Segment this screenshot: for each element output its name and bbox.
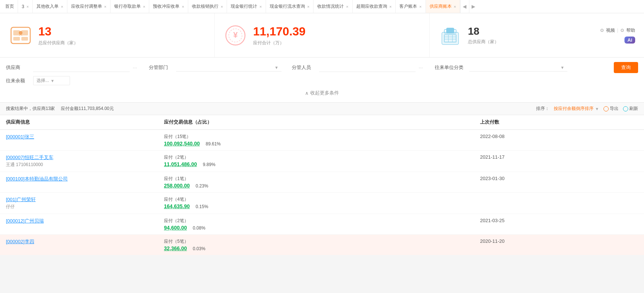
tx-amount-row: 100,092,540.00 89.61% [164, 141, 480, 146]
chevron-down-icon: ▼ [50, 79, 55, 83]
person-dots[interactable]: ··· [417, 65, 424, 70]
nav-tab-ar-ap-adjust[interactable]: 应收应付调整单 × [67, 0, 111, 13]
navbar: 首页 3 × 其他收入单 × 应收应付调整单 × 银行存取款单 × 预收冲应收单… [0, 0, 644, 13]
nav-tab-advance[interactable]: 预收冲应收单 × [149, 0, 188, 13]
tx-percent: 0.15% [196, 204, 208, 209]
balance-label: 往来余额 [6, 77, 32, 84]
tx-info-cell: 应付（1笔） 258,000.00 0.23% [164, 176, 480, 189]
close-icon[interactable]: × [104, 4, 106, 9]
tx-amount-row: 32,366.00 0.03% [164, 245, 480, 251]
supplier-input[interactable] [33, 63, 130, 72]
last-pay-cell: 2022-08-08 [480, 134, 638, 139]
close-icon[interactable]: × [259, 4, 262, 9]
dept-label: 分管部门 [149, 64, 175, 71]
last-pay-cell: 2021-03-25 [480, 218, 638, 223]
filter-row-1: 供应商 ··· 分管部门 ▼ 分管人员 ··· 往来单位分类 ▼ 查询 [6, 62, 638, 73]
tx-amount[interactable]: 258,000.00 [164, 183, 190, 189]
close-icon[interactable]: × [143, 4, 145, 9]
nav-next-arrow[interactable]: ▶ [469, 0, 478, 13]
ai-badge[interactable]: Ai [624, 37, 635, 44]
supplier-dots[interactable]: ··· [131, 65, 139, 70]
table-row: [000002]李四 应付（5笔） 32,366.00 0.03% 2020-1… [0, 235, 644, 255]
collapse-button[interactable]: ∧ 收起更多条件 [301, 88, 343, 98]
last-pay-cell: 2023-01-30 [480, 176, 638, 181]
tx-label: 应付（15笔） [164, 134, 480, 140]
video-link[interactable]: 视频 [606, 27, 615, 34]
person-label: 分管人员 [292, 64, 318, 71]
close-icon[interactable]: × [346, 4, 348, 9]
close-icon[interactable]: × [454, 4, 456, 9]
supplier-name-link[interactable]: [001]广州荣轩 [6, 196, 164, 203]
chevron-up-icon: ∧ [305, 90, 309, 96]
nav-tab-supplier-ledger[interactable]: 供应商账本 × [426, 0, 460, 13]
tx-info-cell: 应付（5笔） 32,366.00 0.03% [164, 238, 480, 251]
nav-tab-cash-bank-stats[interactable]: 现金银行统计 × [227, 0, 266, 13]
tx-amount[interactable]: 32,366.00 [164, 245, 187, 251]
dept-select[interactable]: ▼ [176, 64, 281, 72]
tx-info-cell: 应付（15笔） 100,092,540.00 89.61% [164, 134, 480, 146]
supplier-info-cell: [001]广州荣轩 仔仔 [6, 196, 164, 210]
close-icon[interactable]: × [182, 4, 184, 9]
nav-tab-3[interactable]: 3 × [18, 0, 33, 13]
supplier-label: 供应商 [6, 64, 32, 71]
tx-percent: 0.03% [193, 246, 205, 251]
nav-tab-overdue-query[interactable]: 超期应收款查询 × [353, 0, 396, 13]
tx-amount[interactable]: 94,600.00 [164, 225, 187, 231]
table-row: [000100]本特勤油品有限公司 应付（1笔） 258,000.00 0.23… [0, 172, 644, 193]
results-actions: 排序： 按应付余额倒序排序 ▼ 导出 刷新 [536, 106, 638, 112]
supplier-name-link[interactable]: [000007]恒旺二手叉车 [6, 154, 164, 161]
last-pay-date: 2021-03-25 [480, 217, 505, 223]
tx-amount-row: 11,051,486.00 9.89% [164, 161, 480, 167]
person-input[interactable] [319, 63, 416, 72]
category-label: 往来单位分类 [435, 64, 468, 71]
close-icon[interactable]: × [27, 4, 29, 9]
tx-amount[interactable]: 11,051,486.00 [164, 161, 197, 167]
supplier-name-link[interactable]: [000012]广州贝瑞 [6, 218, 164, 224]
nav-tab-cash-flow[interactable]: 现金银行流水查询 × [266, 0, 314, 13]
nav-tab-other-income[interactable]: 其他收入单 × [33, 0, 67, 13]
refresh-button[interactable]: 刷新 [623, 106, 638, 112]
supplier-name-link[interactable]: [000100]本特勤油品有限公司 [6, 176, 164, 182]
help-link[interactable]: 帮助 [626, 27, 635, 34]
filter-row-2: 往来余额 选择... ▼ [6, 76, 638, 85]
tx-info-cell: 应付（4笔） 164,635.90 0.15% [164, 196, 480, 209]
balance-select[interactable]: 选择... ▼ [33, 76, 70, 85]
chevron-down-icon: ▼ [595, 107, 599, 111]
close-icon[interactable]: × [419, 4, 421, 9]
nav-tab-collection[interactable]: 收款核销执行 × [188, 0, 227, 13]
close-icon[interactable]: × [221, 4, 223, 9]
last-pay-date: 2023-01-30 [480, 175, 505, 181]
total-suppliers-icon [438, 24, 462, 47]
tx-amount[interactable]: 164,635.90 [164, 203, 190, 209]
query-button[interactable]: 查询 [614, 62, 638, 73]
tx-amount-row: 94,600.00 0.08% [164, 225, 480, 231]
tx-amount[interactable]: 100,092,540.00 [164, 141, 200, 146]
col-header-tx: 应付交易信息（占比） [164, 119, 480, 125]
close-icon[interactable]: × [307, 4, 309, 9]
chevron-down-icon: ▼ [274, 65, 279, 70]
nav-tab-bank-deposit[interactable]: 银行存取款单 × [111, 0, 149, 13]
nav-tab-payment-stats[interactable]: 收款情况统计 × [314, 0, 352, 13]
table-body: [000001]张三 应付（15笔） 100,092,540.00 89.61%… [0, 130, 644, 255]
supplier-info-cell: [000012]广州贝瑞 [6, 218, 164, 224]
close-icon[interactable]: × [61, 4, 63, 9]
nav-tab-home[interactable]: 首页 [1, 0, 18, 13]
tx-amount-row: 164,635.90 0.15% [164, 203, 480, 209]
tx-percent: 9.89% [203, 162, 216, 167]
table-row: [000001]张三 应付（15笔） 100,092,540.00 89.61%… [0, 130, 644, 151]
export-button[interactable]: 导出 [603, 106, 619, 112]
summary-card-total-suppliers: 18 总供应商（家） ⊙ 视频 | ⊙ 帮助 Ai [430, 13, 644, 57]
close-icon[interactable]: × [389, 4, 392, 9]
last-pay-cell: 2020-11-20 [480, 238, 638, 244]
summary-bar: 13 总应付供应商（家） ¥ 11,170.39 应付合计（万） [0, 13, 644, 58]
supplier-name-link[interactable]: [000001]张三 [6, 134, 164, 140]
category-select[interactable]: ▼ [469, 64, 567, 72]
tx-label: 应付（4笔） [164, 196, 480, 203]
supplier-filter-group: 供应商 ··· [6, 63, 139, 72]
last-pay-cell: 2021-11-17 [480, 154, 638, 160]
nav-prev-arrow[interactable]: ◀ [460, 0, 469, 13]
supplier-name-link[interactable]: [000002]李四 [6, 238, 164, 245]
nav-tab-customer-ledger[interactable]: 客户账本 × [396, 0, 426, 13]
sort-dropdown[interactable]: 按应付余额倒序排序 ▼ [554, 106, 599, 112]
balance-filter-group: 往来余额 选择... ▼ [6, 76, 139, 85]
